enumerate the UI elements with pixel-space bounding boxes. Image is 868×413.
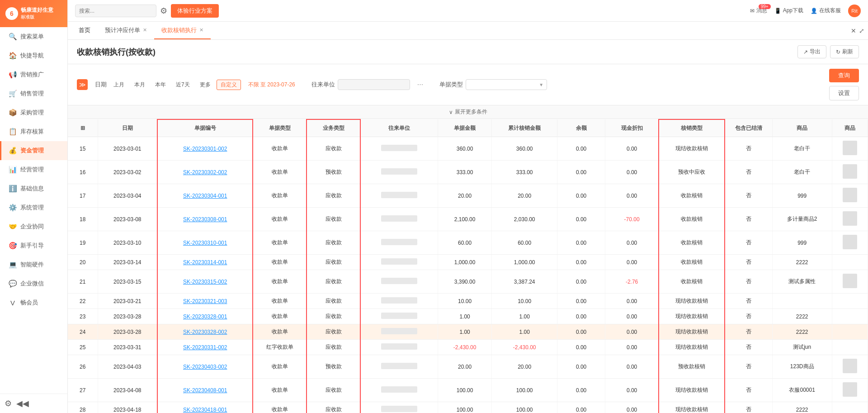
- row-writeoff: 1,000.00: [492, 255, 557, 270]
- counterpart-input[interactable]: [338, 79, 410, 90]
- order-no-link[interactable]: SK-20230403-002: [183, 364, 227, 370]
- query-button[interactable]: 查询: [829, 69, 859, 82]
- collapse-icon[interactable]: ◀◀: [16, 399, 29, 408]
- voucher-type-select[interactable]: [466, 79, 547, 90]
- row-num: 19: [68, 231, 98, 255]
- online-service-button[interactable]: 👤 在线客服: [811, 7, 841, 14]
- settings-button[interactable]: 设置: [829, 86, 859, 100]
- sidebar-item-marketing[interactable]: 📢营销推广: [0, 65, 67, 84]
- this-year-button[interactable]: 本年: [151, 80, 170, 90]
- sidebar-item-wechat[interactable]: 💬企业微信: [0, 274, 67, 293]
- app-download-button[interactable]: 📱 App下载: [774, 7, 803, 14]
- row-order-no: SK-20230302-002: [157, 161, 253, 184]
- user-avatar[interactable]: Rit: [848, 5, 861, 17]
- messages-button[interactable]: ✉ 消息 99+: [750, 7, 767, 14]
- order-no-link[interactable]: SK-20230331-002: [183, 344, 227, 351]
- data-table-wrapper: ⊞ 日期 单据编号 单据类型 业务类型 往来单位 单据金额 累计核销金额 余额 …: [68, 119, 868, 413]
- row-amount: 20.00: [438, 184, 492, 208]
- order-no-link[interactable]: SK-20230315-002: [183, 279, 227, 285]
- row-amount: 60.00: [438, 231, 492, 255]
- row-goods-img: [832, 294, 868, 309]
- column-settings-icon[interactable]: ⊞: [80, 125, 85, 131]
- order-no-link[interactable]: SK-20230310-001: [183, 240, 227, 246]
- order-no-link[interactable]: SK-20230302-002: [183, 169, 227, 176]
- sidebar: 6 畅康道好生意 标准版 🔍搜索菜单🏠快捷导航📢营销推广🛒销售管理📦采购管理📋库…: [0, 0, 68, 413]
- row-amount: 100.00: [438, 379, 492, 402]
- row-order-no: SK-20230331-002: [157, 340, 253, 355]
- row-biz-type: 应收款: [307, 379, 360, 402]
- settings-icon[interactable]: ⚙: [5, 399, 12, 408]
- col-settings[interactable]: ⊞: [68, 119, 98, 137]
- row-num: 15: [68, 137, 98, 161]
- more-date-button[interactable]: 更多: [196, 80, 215, 90]
- refresh-button[interactable]: ↻ 刷新: [830, 45, 859, 58]
- sidebar-item-search[interactable]: 🔍搜索菜单: [0, 27, 67, 46]
- app-name: 畅康道好生意: [21, 7, 53, 14]
- order-no-link[interactable]: SK-20230408-001: [183, 387, 227, 394]
- order-no-link[interactable]: SK-20230308-001: [183, 216, 227, 223]
- tab-receipts-close[interactable]: ✕: [199, 27, 203, 33]
- tab-home[interactable]: 首页: [71, 22, 98, 39]
- order-no-link[interactable]: SK-20230301-002: [183, 146, 227, 152]
- expand-conditions-button[interactable]: ∨ 展开更多条件: [449, 108, 487, 116]
- sidebar-item-inventory[interactable]: 📋库存核算: [0, 122, 67, 141]
- row-biz-type: 预收款: [307, 161, 360, 184]
- sidebar-item-guide[interactable]: 🎯新手引导: [0, 236, 67, 255]
- this-month-button[interactable]: 本月: [130, 80, 149, 90]
- row-counterpart: [360, 309, 438, 324]
- row-num: 27: [68, 379, 98, 402]
- tab-home-label: 首页: [79, 26, 90, 34]
- sidebar-item-purchase[interactable]: 📦采购管理: [0, 103, 67, 122]
- order-no-link[interactable]: SK-20230314-001: [183, 259, 227, 266]
- sidebar-item-enterprise[interactable]: 🤝企业协同: [0, 217, 67, 236]
- sidebar-label-wechat: 企业微信: [20, 280, 44, 288]
- last-month-button[interactable]: 上月: [109, 80, 128, 90]
- table-row: 18 2023-03-08 SK-20230308-001 收款单 应收款 2,…: [68, 208, 868, 231]
- sidebar-item-sales[interactable]: 🛒销售管理: [0, 84, 67, 103]
- row-included: 否: [725, 402, 773, 413]
- filter-toggle-button[interactable]: ≫: [77, 79, 88, 90]
- finance-icon: 💰: [9, 147, 17, 155]
- row-order-no: SK-20230418-001: [157, 402, 253, 413]
- global-search-input[interactable]: [75, 5, 156, 17]
- page-header-actions: ↗ 导出 ↻ 刷新: [797, 45, 859, 58]
- sidebar-item-member[interactable]: V畅会员: [0, 293, 67, 312]
- custom-date-button[interactable]: 自定义: [217, 80, 241, 90]
- row-biz-type: 应收款: [307, 184, 360, 208]
- export-button[interactable]: ↗ 导出: [797, 45, 826, 58]
- last-7-days-button[interactable]: 近7天: [172, 80, 194, 90]
- order-no-link[interactable]: SK-20230321-003: [183, 298, 227, 304]
- sidebar-item-operation[interactable]: 📊经营管理: [0, 160, 67, 179]
- sidebar-item-basic[interactable]: ℹ️基础信息: [0, 179, 67, 198]
- order-no-link[interactable]: SK-20230328-001: [183, 313, 227, 320]
- order-no-link[interactable]: SK-20230304-001: [183, 193, 227, 199]
- tab-receipts[interactable]: 收款核销执行 ✕: [154, 22, 211, 39]
- row-order-type: 收款单: [253, 231, 307, 255]
- industry-solution-button[interactable]: 体验行业方案: [171, 4, 219, 18]
- sidebar-item-system[interactable]: ⚙️系统管理: [0, 198, 67, 217]
- sidebar-item-finance[interactable]: 💰资金管理: [0, 141, 67, 160]
- row-goods: 999: [772, 231, 832, 255]
- order-no-link[interactable]: SK-20230418-001: [183, 407, 227, 413]
- tab-payables[interactable]: 预计冲应付单 ✕: [98, 22, 154, 39]
- row-order-type: 红字收款单: [253, 340, 307, 355]
- row-balance: 0.00: [557, 355, 605, 379]
- row-included: 否: [725, 270, 773, 294]
- gear-icon[interactable]: ⚙: [160, 6, 167, 16]
- order-no-link[interactable]: SK-20230328-002: [183, 329, 227, 335]
- row-goods-img: [832, 208, 868, 231]
- tab-payables-close[interactable]: ✕: [143, 27, 147, 33]
- sidebar-item-hardware[interactable]: 💻智能硬件: [0, 255, 67, 274]
- voucher-type-select-wrapper: [466, 79, 547, 90]
- more-filters-button[interactable]: ···: [417, 81, 423, 89]
- table-row: 24 2023-03-28 SK-20230328-002 收款单 应收款 1.…: [68, 324, 868, 340]
- app-download-label: App下载: [783, 7, 803, 14]
- close-all-icon[interactable]: ✕: [851, 27, 856, 34]
- expand-icon[interactable]: ⤢: [859, 27, 864, 34]
- row-writeoff: 2,030.00: [492, 208, 557, 231]
- row-goods: 123D商品: [772, 355, 832, 379]
- row-goods: 2222: [772, 324, 832, 340]
- row-writeoff-type: 收款核销: [659, 208, 724, 231]
- row-writeoff: 3,387.24: [492, 270, 557, 294]
- sidebar-item-quicknav[interactable]: 🏠快捷导航: [0, 46, 67, 65]
